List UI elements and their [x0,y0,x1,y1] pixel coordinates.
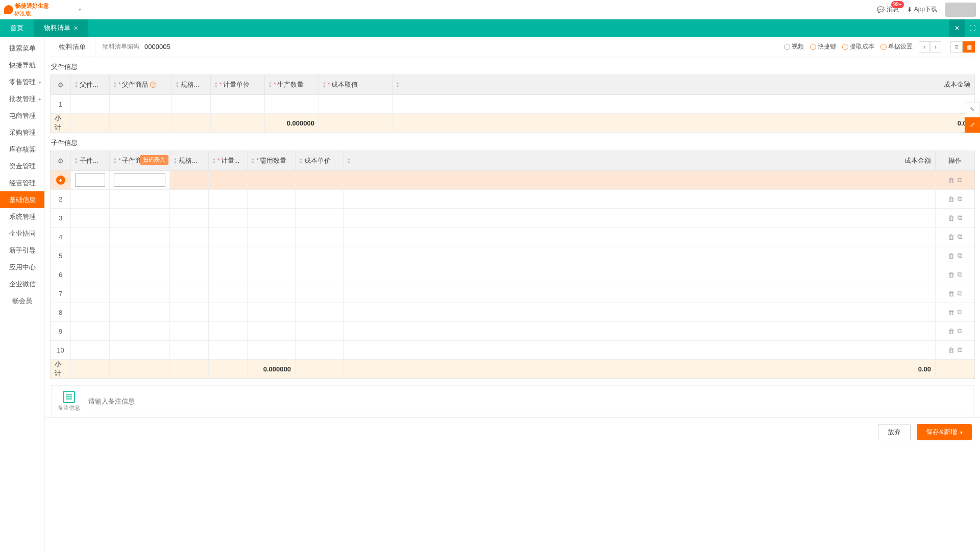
child-cell-product[interactable] [110,284,170,303]
child-cell-price[interactable] [296,265,344,284]
sidebar-item[interactable]: 批发管理▸ [0,90,44,107]
add-row-button[interactable]: + [51,171,71,189]
child-cell-spec[interactable] [170,303,209,321]
prev-record-button[interactable]: ‹ [919,41,930,53]
copy-row-icon[interactable]: ⧉ [958,233,962,241]
tab-bom[interactable]: 物料清单 ✕ [34,19,88,37]
delete-row-icon[interactable]: 🗑 [948,252,954,260]
child-cell-unit[interactable] [209,171,248,189]
parent-cell-unit[interactable] [211,95,265,113]
child-cell-need[interactable] [248,190,296,208]
tool-hotkey[interactable]: 快捷键 [810,42,836,51]
sidebar-item[interactable]: 系统管理 [0,208,44,225]
child-cell-price[interactable] [296,341,344,359]
child-cell-amount[interactable] [344,303,936,321]
child-cell-unit[interactable] [209,265,248,284]
parent-cell-amount[interactable] [393,95,974,113]
sidebar-item[interactable]: 快捷导航 [0,57,44,73]
copy-row-icon[interactable]: ⧉ [958,252,962,260]
tab-close-all-button[interactable]: ✕ [949,19,965,37]
child-cell-need[interactable] [248,341,296,359]
child-cell-price[interactable] [296,284,344,303]
child-col-product[interactable]: ▴▾*子件商扫码录入 [110,151,170,170]
delete-row-icon[interactable]: 🗑 [948,195,954,203]
parent-cell-spec[interactable] [172,95,211,113]
tab-home[interactable]: 首页 [0,19,34,37]
discard-button[interactable]: 放弃 [878,424,911,440]
parent-col-qty[interactable]: ▴▾*生产数量 [265,75,319,94]
child-cell-spec[interactable] [170,265,209,284]
next-record-button[interactable]: › [930,41,941,53]
child-cell-product[interactable] [110,246,170,265]
child-col-spec[interactable]: ▴▾规格... [170,151,209,170]
help-icon[interactable]: ? [150,82,156,88]
child-cell-need[interactable] [248,284,296,303]
child-cell-code[interactable] [71,209,110,227]
child-cell-unit[interactable] [209,190,248,208]
sidebar-item[interactable]: 搜索菜单 [0,40,44,57]
child-cell-need[interactable] [248,303,296,321]
child-cell-amount[interactable] [344,209,936,227]
delete-row-icon[interactable]: 🗑 [948,290,954,297]
close-icon[interactable]: ✕ [74,25,78,32]
child-cell-product[interactable] [110,322,170,340]
parent-cell-costfrom[interactable] [319,95,393,113]
child-product-input[interactable] [114,173,165,187]
sidebar-item[interactable]: 畅会员 [0,292,44,309]
child-cell-unit[interactable] [209,284,248,303]
avatar[interactable] [945,3,976,17]
delete-row-icon[interactable]: 🗑 [948,346,954,354]
sidebar-item[interactable]: 基础信息 [0,191,44,208]
child-cell-code[interactable] [71,322,110,340]
child-cell-code[interactable] [71,265,110,284]
child-cell-spec[interactable] [170,171,209,189]
save-and-new-button[interactable]: 保存&新增▾ [917,424,972,440]
doc-tab-bom[interactable]: 物料清单 [50,37,95,57]
parent-cell-product[interactable] [110,95,172,113]
child-cell-product[interactable] [110,303,170,321]
delete-row-icon[interactable]: 🗑 [948,328,954,335]
edit-tool-button[interactable]: ✎ [965,102,980,117]
child-cell-price[interactable] [296,209,344,227]
app-download-button[interactable]: ⬇ App下载 [907,5,937,14]
child-cell-amount[interactable] [344,341,936,359]
child-cell-price[interactable] [296,246,344,265]
sidebar-item[interactable]: 应用中心 [0,259,44,276]
parent-col-unit[interactable]: ▴▾*计量单位 [211,75,265,94]
child-cell-spec[interactable] [170,209,209,227]
child-cell-need[interactable] [248,322,296,340]
copy-row-icon[interactable]: ⧉ [958,327,962,335]
sidebar-item[interactable]: 资金管理 [0,158,44,174]
tool-video[interactable]: 视频 [784,42,804,51]
parent-cell-code[interactable] [71,95,110,113]
child-cell-need[interactable] [248,171,296,189]
copy-row-icon[interactable]: ⧉ [958,346,962,354]
delete-row-icon[interactable]: 🗑 [948,271,954,279]
parent-col-product[interactable]: ▴▾*父件商品? [110,75,172,94]
child-col-need[interactable]: ▴▾*需用数量 [248,151,296,170]
sidebar-item[interactable]: 零售管理▸ [0,73,44,90]
child-cell-amount[interactable] [344,190,936,208]
child-cell-price[interactable] [296,322,344,340]
child-cell-product[interactable] [110,171,170,189]
child-cell-product[interactable] [110,265,170,284]
sidebar-item[interactable]: 采购管理 [0,124,44,141]
parent-col-costfrom[interactable]: ▴▾*成本取值 [319,75,393,94]
child-cell-product[interactable] [110,341,170,359]
expand-tool-button[interactable]: ⤢ [965,117,980,133]
child-cell-code[interactable] [71,228,110,246]
view-form-button[interactable]: ▦ [963,41,975,53]
tool-extract-cost[interactable]: 提取成本 [842,42,874,51]
child-cell-spec[interactable] [170,284,209,303]
child-cell-price[interactable] [296,171,344,189]
tool-form-settings[interactable]: 单据设置 [880,42,913,51]
child-cell-unit[interactable] [209,228,248,246]
child-cell-amount[interactable] [344,284,936,303]
copy-row-icon[interactable]: ⧉ [958,308,962,316]
child-cell-amount[interactable] [344,265,936,284]
child-cell-spec[interactable] [170,228,209,246]
child-col-unit[interactable]: ▴▾*计量... [209,151,248,170]
child-cell-product[interactable] [110,228,170,246]
parent-col-spec[interactable]: ▴▾规格... [172,75,211,94]
child-cell-unit[interactable] [209,209,248,227]
